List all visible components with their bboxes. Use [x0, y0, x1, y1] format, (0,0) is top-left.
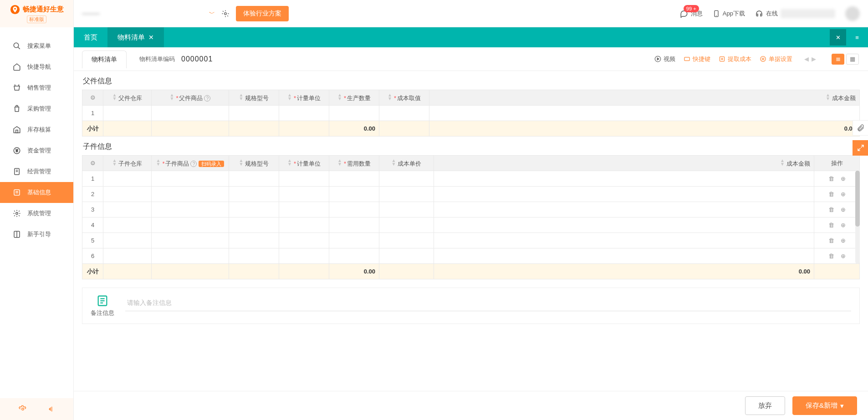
view-grid-icon[interactable]: ▦: [846, 54, 859, 65]
sidebar-item-quicknav[interactable]: 快捷导航: [0, 56, 73, 77]
col-child-product[interactable]: *子件商品?扫码录入: [152, 156, 229, 171]
subtotal-label: 小计: [82, 264, 103, 279]
sidebar-item-inventory[interactable]: 库存核算: [0, 119, 73, 140]
svg-rect-17: [51, 407, 52, 412]
prev-icon[interactable]: ◀: [804, 56, 809, 62]
view-list-icon[interactable]: ≣: [832, 54, 844, 65]
promo-button[interactable]: 体验行业方案: [236, 6, 289, 21]
add-row-icon[interactable]: ⊕: [841, 206, 846, 213]
sidebar-item-operations[interactable]: 经营管理: [0, 161, 73, 182]
app-download-button[interactable]: App下载: [713, 10, 745, 18]
table-row[interactable]: 5🗑⊕: [82, 233, 860, 248]
sidebar-item-search[interactable]: 搜索菜单: [0, 35, 73, 56]
col-child-unitcost[interactable]: 成本单价: [379, 156, 434, 171]
doc-tab[interactable]: 物料清单: [82, 51, 127, 68]
extract-cost-action[interactable]: 提取成本: [719, 55, 751, 63]
discard-button[interactable]: 放弃: [745, 396, 785, 415]
parent-table: ⚙ 父件仓库 *父件商品? 规格型号 *计量单位 *生产数量 *成本取值 成本金…: [82, 90, 860, 137]
sidebar-item-funds[interactable]: ¥资金管理: [0, 140, 73, 161]
delete-icon[interactable]: 🗑: [828, 253, 834, 259]
headset-icon: [755, 10, 763, 18]
tab-bom[interactable]: 物料清单 ✕: [107, 27, 164, 47]
child-table-wrap: ⚙ 子件仓库 *子件商品?扫码录入 规格型号 *计量单位 *需用数量 成本单价 …: [74, 155, 868, 279]
col-child-spec[interactable]: 规格型号: [229, 156, 279, 171]
settings-icon[interactable]: [19, 405, 27, 413]
support-button[interactable]: 在线: [755, 9, 835, 18]
svg-point-13: [16, 213, 18, 215]
money-icon: ¥: [13, 147, 21, 155]
avatar[interactable]: [845, 6, 860, 21]
tab-close-all-icon[interactable]: ✕: [830, 29, 846, 46]
col-parent-warehouse[interactable]: 父件仓库: [103, 90, 152, 106]
help-icon[interactable]: ?: [204, 95, 210, 101]
svg-text:¥: ¥: [15, 149, 18, 153]
next-icon[interactable]: ▶: [812, 56, 816, 62]
collapse-icon[interactable]: [46, 405, 55, 413]
save-new-button[interactable]: 保存&新增▾: [792, 396, 857, 415]
scrollbar[interactable]: [855, 171, 860, 264]
gear-col-header[interactable]: ⚙: [82, 90, 103, 106]
cart-icon: [13, 84, 21, 92]
close-icon[interactable]: ✕: [148, 34, 154, 41]
add-row-icon[interactable]: ⊕: [841, 253, 846, 259]
add-row-icon[interactable]: ⊕: [841, 222, 846, 228]
redacted-area: [781, 9, 835, 18]
attachment-icon[interactable]: [853, 120, 868, 136]
col-parent-product[interactable]: *父件商品?: [152, 90, 229, 106]
sidebar-item-purchase[interactable]: 采购管理: [0, 98, 73, 119]
sidebar-item-basicdata[interactable]: 基础信息: [0, 182, 73, 203]
doc-settings-action[interactable]: 单据设置: [760, 55, 792, 63]
tab-more-icon[interactable]: ≡: [849, 29, 865, 46]
delete-icon[interactable]: 🗑: [828, 237, 834, 244]
add-row-icon[interactable]: ⊕: [841, 175, 846, 182]
tab-label: 首页: [84, 33, 97, 42]
delete-icon[interactable]: 🗑: [828, 175, 834, 182]
warehouse-icon: [13, 126, 21, 134]
rownum-cell: 1: [82, 106, 103, 121]
org-settings-icon[interactable]: [221, 10, 230, 18]
shortcut-action[interactable]: 快捷键: [684, 55, 710, 63]
col-parent-qty[interactable]: *生产数量: [329, 90, 379, 106]
col-child-costamount[interactable]: 成本金额: [434, 156, 814, 171]
doc-code-group: 物料清单编码 0000001: [139, 55, 213, 63]
col-parent-unit[interactable]: *计量单位: [279, 90, 329, 106]
org-selector[interactable]: ———: [82, 10, 203, 17]
video-action[interactable]: 视频: [654, 55, 675, 63]
expand-icon[interactable]: [853, 140, 868, 156]
sidebar-menu: 搜索菜单 快捷导航 销售管理 采购管理 库存核算 ¥资金管理 经营管理 基础信息…: [0, 27, 73, 398]
sidebar-item-sales[interactable]: 销售管理: [0, 77, 73, 98]
col-parent-spec[interactable]: 规格型号: [229, 90, 279, 106]
doc-code-label: 物料清单编码: [139, 55, 175, 63]
delete-icon[interactable]: 🗑: [828, 206, 834, 213]
add-row-icon[interactable]: ⊕: [841, 191, 846, 197]
table-row[interactable]: 2🗑⊕: [82, 187, 860, 202]
doc-code-value: 0000001: [181, 55, 213, 63]
sidebar-item-label: 经营管理: [27, 167, 51, 176]
chevron-down-icon[interactable]: ﹀: [209, 10, 215, 18]
gear-col-header[interactable]: ⚙: [82, 156, 103, 171]
table-row[interactable]: 1: [82, 106, 860, 121]
rownum-cell: 3: [82, 202, 103, 218]
table-row[interactable]: 6🗑⊕: [82, 248, 860, 264]
table-row[interactable]: 3🗑⊕: [82, 202, 860, 218]
tab-home[interactable]: 首页: [74, 27, 107, 47]
col-child-qty[interactable]: *需用数量: [329, 156, 379, 171]
table-row[interactable]: 1🗑⊕: [82, 171, 860, 187]
add-row-icon[interactable]: ⊕: [841, 237, 846, 244]
help-icon[interactable]: ?: [190, 161, 197, 167]
messages-button[interactable]: 99 + 消息: [680, 10, 703, 18]
remarks-input[interactable]: [125, 294, 851, 311]
sidebar-item-guide[interactable]: 新手引导: [0, 224, 73, 245]
scan-badge[interactable]: 扫码录入: [199, 161, 224, 167]
sidebar-item-system[interactable]: 系统管理: [0, 203, 73, 224]
col-parent-costamount[interactable]: 成本金额: [429, 90, 860, 106]
delete-icon[interactable]: 🗑: [828, 222, 834, 228]
delete-icon[interactable]: 🗑: [828, 191, 834, 197]
col-parent-costmethod[interactable]: *成本取值: [379, 90, 429, 106]
col-child-unit[interactable]: *计量单位: [279, 156, 329, 171]
doc-actions: 视频 快捷键 提取成本 单据设置 ◀ ▶ ≣ ▦: [654, 54, 859, 65]
rownum-cell: 6: [82, 248, 103, 264]
view-toggle: ≣ ▦: [832, 54, 859, 65]
table-row[interactable]: 4🗑⊕: [82, 218, 860, 233]
col-child-warehouse[interactable]: 子件仓库: [103, 156, 152, 171]
